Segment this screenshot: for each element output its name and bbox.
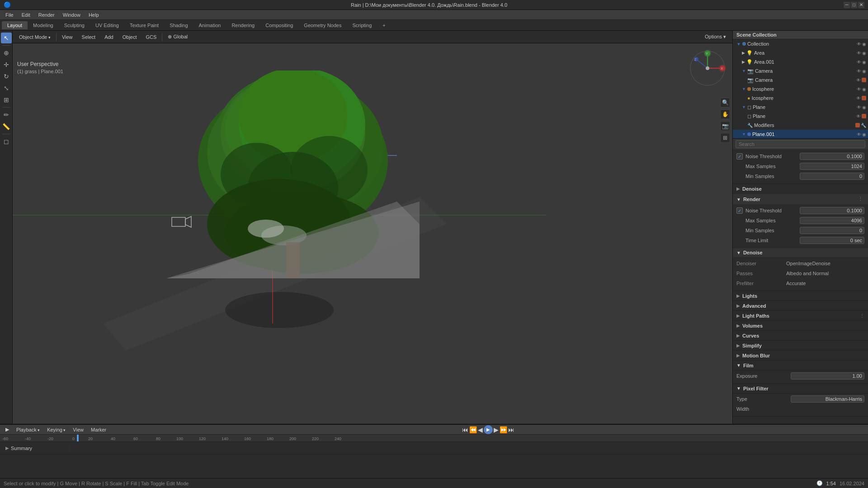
tab-uv-editing[interactable]: UV Editing [90, 21, 124, 29]
render-section-header[interactable]: ▼Render ⋮ [733, 194, 868, 204]
viewport-3d[interactable]: Object Mode View Select Add Object GCS ⊕… [13, 31, 732, 424]
tab-animation[interactable]: Animation [193, 21, 226, 29]
time-limit-value[interactable]: 0 sec [800, 237, 864, 244]
collection-camera[interactable]: 📷 Camera 👁 [733, 75, 868, 84]
noise-threshold-checkbox-viewport[interactable]: ✓ [736, 153, 743, 160]
prev-frame-btn[interactable]: ⏪ [469, 426, 477, 433]
icosphere-vis[interactable] [862, 96, 866, 100]
tab-texture-paint[interactable]: Texture Paint [124, 21, 164, 29]
tab-layout[interactable]: Layout [2, 21, 28, 29]
collection-plane[interactable]: ◻ Plane 👁 [733, 112, 868, 121]
noise-threshold-checkbox-render[interactable]: ✓ [736, 207, 743, 214]
min-samples-value-viewport[interactable]: 0 [800, 173, 864, 180]
tool-measure[interactable]: 📏 [1, 121, 12, 132]
close-button[interactable]: ✕ [858, 2, 864, 8]
collection-plane-modifiers[interactable]: 🔧 Modifiers 🔧 [733, 121, 868, 130]
maximize-button[interactable]: □ [851, 2, 857, 8]
denoise-2-header[interactable]: ▼ Denoise [733, 248, 868, 257]
area-eye[interactable]: 👁 [857, 51, 861, 56]
curves-section[interactable]: ▶ Curves [733, 331, 868, 341]
collection-area[interactable]: ▶ 💡 Area 👁 ◉ [733, 48, 868, 57]
tab-modeling[interactable]: Modeling [28, 21, 59, 29]
area-001-eye[interactable]: 👁 [857, 60, 861, 65]
viewport-camera-icon[interactable]: 📷 [720, 121, 730, 131]
viewport-view-btn[interactable]: View [58, 33, 76, 41]
collection-camera-group[interactable]: ▼ 📷 Camera 👁 ◉ [733, 66, 868, 75]
prev-keyframe-btn[interactable]: ◀ [478, 426, 483, 433]
menu-render[interactable]: Render [35, 11, 58, 19]
timeline-summary-expand[interactable]: ▶ [3, 426, 12, 433]
camera-eye[interactable]: 👁 [856, 78, 861, 83]
tool-select[interactable]: ↖ [1, 33, 12, 43]
tool-rotate[interactable]: ↻ [1, 71, 12, 82]
render-options-btn[interactable]: ⋮ [857, 196, 864, 202]
denoise-section-1[interactable]: ▶ Denoise [733, 184, 868, 194]
plane-group-vis[interactable]: ◉ [862, 105, 866, 110]
type-value[interactable]: Blackman-Harris [791, 395, 864, 403]
timeline-playback-btn[interactable]: Playback [14, 427, 42, 433]
viewport-canvas[interactable]: User Perspective (1) grass | Plane.001 Y… [13, 43, 732, 424]
collection-icosphere-group[interactable]: ▼ Icosphere 👁 ◉ [733, 84, 868, 94]
collection-plane001-group[interactable]: ▼ Plane.001 👁 ◉ [733, 130, 868, 139]
plane001-group-vis[interactable]: ◉ [862, 132, 866, 137]
viewport-object-btn[interactable]: Object [119, 33, 141, 41]
plane-group-eye[interactable]: 👁 [857, 105, 861, 110]
jump-end-btn[interactable]: ⏭ [508, 426, 514, 433]
icosphere-group-eye[interactable]: 👁 [857, 87, 861, 92]
menu-file[interactable]: File [2, 11, 17, 19]
tab-compositing[interactable]: Compositing [260, 21, 298, 29]
tool-cursor[interactable]: ⊕ [1, 47, 12, 58]
lights-section[interactable]: ▶ Lights [733, 291, 868, 301]
tool-add-cube[interactable]: ◻ [1, 136, 12, 147]
collection-root[interactable]: ▼ Collection 👁 ◉ [733, 39, 868, 48]
max-samples-value-render[interactable]: 4096 [800, 217, 864, 224]
tool-scale[interactable]: ⤡ [1, 83, 12, 94]
exposure-value[interactable]: 1.00 [791, 372, 864, 380]
tool-transform[interactable]: ⊞ [1, 94, 12, 105]
collection-plane-group[interactable]: ▼ ◻ Plane 👁 ◉ [733, 103, 868, 112]
plane001-group-eye[interactable]: 👁 [857, 132, 861, 137]
min-samples-value-render[interactable]: 0 [800, 227, 864, 234]
tab-geometry-nodes[interactable]: Geometry Nodes [298, 21, 347, 29]
plane-mod-vis[interactable] [855, 123, 860, 127]
timeline-view-btn[interactable]: View [70, 427, 86, 433]
timeline-keying-btn[interactable]: Keying [44, 427, 68, 433]
volumes-section[interactable]: ▶ Volumes [733, 321, 868, 331]
plane-eye[interactable]: 👁 [856, 114, 861, 119]
light-paths-section[interactable]: ▶ Light Paths ⋮ [733, 311, 868, 321]
icosphere-eye[interactable]: 👁 [856, 96, 861, 101]
tab-add-workspace[interactable]: + [377, 21, 391, 29]
collection-area-001[interactable]: ▶ 💡 Area.001 👁 ◉ [733, 57, 868, 66]
pixel-filter-section-header[interactable]: ▼ Pixel Filter [733, 384, 868, 394]
viewport-hand-icon[interactable]: ✋ [720, 109, 730, 119]
viewport-options-btn[interactable]: Options ▾ [701, 33, 730, 41]
camera-vis[interactable] [862, 78, 866, 82]
collection-eye-icon[interactable]: 👁 [857, 42, 861, 47]
next-frame-btn[interactable]: ⏩ [500, 426, 507, 433]
navigation-gizmo[interactable]: Y X Z [687, 48, 728, 89]
menu-help[interactable]: Help [85, 11, 103, 19]
timeline-marker-btn[interactable]: Marker [88, 427, 109, 433]
tab-sculpting[interactable]: Sculpting [59, 21, 90, 29]
viewport-gcs-btn[interactable]: GCS [142, 33, 160, 41]
jump-start-btn[interactable]: ⏮ [462, 426, 468, 433]
film-section-header[interactable]: ▼ Film [733, 361, 868, 371]
properties-search[interactable] [736, 140, 865, 148]
viewport-mode-btn[interactable]: Object Mode [15, 33, 54, 41]
minimize-button[interactable]: ─ [844, 2, 850, 8]
icosphere-group-vis[interactable]: ◉ [862, 87, 866, 92]
camera-group-eye[interactable]: 👁 [857, 69, 861, 74]
viewport-grid-icon[interactable]: ⊞ [720, 133, 730, 143]
collection-vis-icon[interactable]: ◉ [862, 42, 866, 47]
tool-annotate[interactable]: ✏ [1, 109, 12, 120]
plane-vis[interactable] [862, 114, 866, 118]
motion-blur-section[interactable]: ▶ Motion Blur [733, 351, 868, 361]
viewport-select-btn[interactable]: Select [78, 33, 99, 41]
collection-icosphere[interactable]: ● Icosphere 👁 [733, 94, 868, 103]
next-keyframe-btn[interactable]: ▶ [494, 426, 499, 433]
simplify-section[interactable]: ▶ Simplify [733, 341, 868, 351]
max-samples-value-viewport[interactable]: 1024 [800, 163, 864, 170]
play-pause-btn[interactable]: ▶ [484, 425, 493, 434]
area-vis[interactable]: ◉ [862, 51, 866, 56]
viewport-zoom-icon[interactable]: 🔍 [720, 98, 730, 108]
